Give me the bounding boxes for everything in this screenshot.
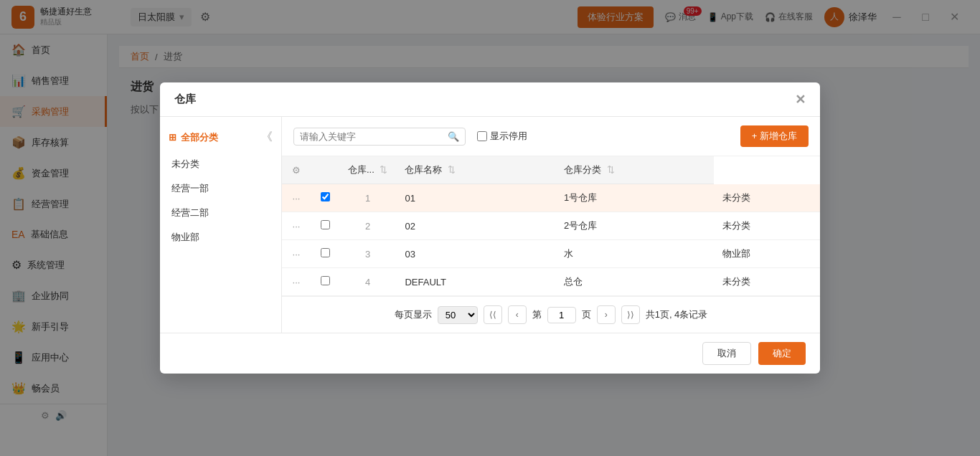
warehouse-modal: 仓库 ✕ ⊞ 全部分类 《 未分类 经营一部 经营二部 — [160, 82, 820, 374]
page-input[interactable] — [547, 307, 576, 323]
row-checkbox[interactable] — [321, 220, 330, 229]
table-toolbar: 🔍 显示停用 + 新增仓库 — [282, 117, 820, 156]
category-item-operations1[interactable]: 经营一部 — [160, 176, 281, 201]
search-box: 🔍 — [293, 128, 466, 146]
row-category: 未分类 — [714, 268, 820, 296]
category-item-uncategorized[interactable]: 未分类 — [160, 152, 281, 176]
page-last-button[interactable]: ⟩⟩ — [621, 305, 640, 324]
pagination: 每页显示 50 10 20 100 ⟨⟨ ‹ 第 页 › ⟩⟩ — [282, 296, 820, 333]
sort-cat-icon: ⇅ — [607, 164, 615, 175]
per-page-label: 每页显示 — [395, 308, 432, 321]
page-suffix: 页 — [582, 308, 591, 321]
row-name: 水 — [555, 240, 715, 268]
confirm-button[interactable]: 确定 — [758, 342, 806, 365]
row-checkbox[interactable] — [321, 248, 330, 257]
row-num: 3 — [339, 240, 396, 268]
per-page-select[interactable]: 50 10 20 100 — [438, 306, 478, 324]
row-checkbox-cell[interactable] — [311, 212, 339, 240]
table-row[interactable]: ··· 4 DEFAULT 总仓 未分类 — [282, 268, 820, 296]
th-category: 仓库分类 ⇅ — [555, 156, 715, 184]
grid-icon: ⊞ — [169, 132, 176, 143]
th-checkbox — [311, 156, 339, 184]
show-disabled-checkbox[interactable]: 显示停用 — [477, 130, 527, 143]
total-info: 共1页, 4条记录 — [646, 308, 708, 321]
page-first-button[interactable]: ⟨⟨ — [484, 305, 502, 324]
table-panel: 🔍 显示停用 + 新增仓库 ⚙ — [282, 117, 820, 333]
table-row[interactable]: ··· 2 02 2号仓库 未分类 — [282, 212, 820, 240]
row-code: 02 — [396, 212, 555, 240]
row-category: 物业部 — [714, 240, 820, 268]
row-checkbox-cell[interactable] — [311, 240, 339, 268]
row-gear: ··· — [282, 212, 311, 240]
sort-name-icon: ⇅ — [448, 164, 456, 175]
collapse-categories-button[interactable]: 《 — [261, 130, 273, 145]
search-input[interactable] — [300, 131, 448, 142]
modal-header: 仓库 ✕ — [160, 82, 820, 117]
category-item-property[interactable]: 物业部 — [160, 225, 281, 250]
modal-footer: 取消 确定 — [160, 333, 820, 374]
modal-overlay: 仓库 ✕ ⊞ 全部分类 《 未分类 经营一部 经营二部 — [0, 0, 980, 456]
modal-body: ⊞ 全部分类 《 未分类 经营一部 经营二部 物业部 — [160, 117, 820, 333]
row-checkbox[interactable] — [321, 192, 330, 201]
category-item-operations2[interactable]: 经营二部 — [160, 201, 281, 225]
modal-title: 仓库 — [174, 92, 196, 106]
row-num: 1 — [339, 184, 396, 212]
show-disabled-input[interactable] — [477, 131, 487, 141]
row-name: 2号仓库 — [555, 212, 715, 240]
th-code: 仓库... ⇅ — [339, 156, 396, 184]
row-category: 未分类 — [714, 184, 820, 212]
row-gear: ··· — [282, 240, 311, 268]
row-name: 1号仓库 — [555, 184, 715, 212]
row-checkbox-cell[interactable] — [311, 268, 339, 296]
table-header-row: ⚙ 仓库... ⇅ 仓库名称 ⇅ 仓库分类 ⇅ — [282, 156, 820, 184]
row-category: 未分类 — [714, 212, 820, 240]
search-icon[interactable]: 🔍 — [448, 131, 459, 142]
row-checkbox-cell[interactable] — [311, 184, 339, 212]
data-table: ⚙ 仓库... ⇅ 仓库名称 ⇅ 仓库分类 ⇅ ··· 1 01 — [282, 156, 820, 296]
row-num: 4 — [339, 268, 396, 296]
table-row[interactable]: ··· 3 03 水 物业部 — [282, 240, 820, 268]
th-name: 仓库名称 ⇅ — [396, 156, 555, 184]
category-title: ⊞ 全部分类 — [169, 131, 218, 144]
page-label: 第 — [532, 308, 542, 321]
row-name: 总仓 — [555, 268, 715, 296]
page-prev-button[interactable]: ‹ — [508, 305, 527, 324]
warehouse-table: ⚙ 仓库... ⇅ 仓库名称 ⇅ 仓库分类 ⇅ ··· 1 01 — [282, 156, 820, 296]
row-gear: ··· — [282, 268, 311, 296]
row-code: DEFAULT — [396, 268, 555, 296]
new-warehouse-button[interactable]: + 新增仓库 — [740, 125, 809, 147]
page-next-button[interactable]: › — [597, 305, 616, 324]
row-num: 2 — [339, 212, 396, 240]
row-checkbox[interactable] — [321, 276, 330, 285]
row-gear: ··· — [282, 184, 311, 212]
row-code: 03 — [396, 240, 555, 268]
cancel-button[interactable]: 取消 — [702, 342, 751, 365]
category-panel: ⊞ 全部分类 《 未分类 经营一部 经营二部 物业部 — [160, 117, 282, 333]
show-disabled-label: 显示停用 — [490, 130, 527, 143]
modal-close-button[interactable]: ✕ — [795, 93, 806, 106]
th-gear: ⚙ — [282, 156, 311, 184]
table-row[interactable]: ··· 1 01 1号仓库 未分类 — [282, 184, 820, 212]
category-header: ⊞ 全部分类 《 — [160, 125, 281, 152]
row-code: 01 — [396, 184, 555, 212]
sort-code-icon: ⇅ — [380, 164, 387, 175]
